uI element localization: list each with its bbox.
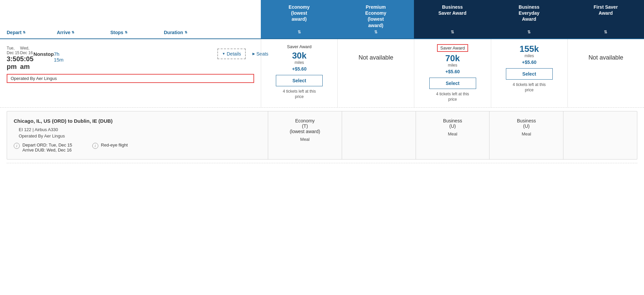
first-saver-not-available: Not available: [588, 44, 623, 61]
award-cell-business-saver: Saver Award 70k miles +$5.60 Select 4 ti…: [414, 39, 491, 107]
business-saver-sort[interactable]: ⇅: [451, 30, 454, 34]
details-chevron-icon: ▼: [222, 52, 225, 56]
details-economy-meal: Meal: [272, 137, 338, 142]
details-depart-text: Depart ORD: Tue, Dec 15 Arrive DUB: Wed,…: [22, 142, 72, 153]
bottom-dashed-divider: [7, 163, 637, 163]
details-depart-item: i Depart ORD: Tue, Dec 15 Arrive DUB: We…: [14, 142, 72, 153]
operated-by: Operated By Aer Lingus: [7, 74, 254, 83]
details-business-everyday-cell: Business(U) Meal: [489, 111, 563, 159]
details-business-saver-cell: Business(U) Meal: [416, 111, 490, 159]
details-business-everyday-meal: Meal: [493, 131, 560, 136]
arrive-sort-icon: ⇅: [72, 30, 74, 34]
details-flight-info: EI 122 | Airbus A330: [14, 127, 261, 132]
business-everyday-tickets-left: 4 tickets left at thisprice: [513, 82, 546, 93]
premium-economy-not-available: Not available: [358, 44, 393, 61]
business-everyday-title: BusinessEverydayAward: [519, 4, 539, 22]
depart-label: Depart: [7, 30, 21, 35]
details-economy-class: Economy(T)(lowest award): [272, 118, 338, 134]
details-panel-inner: Chicago, IL, US (ORD) to Dublin, IE (DUB…: [7, 111, 637, 159]
stops-label: Stops: [110, 30, 123, 35]
economy-select-button[interactable]: Select: [276, 75, 323, 86]
depart-info-line2: Arrive DUB: Wed, Dec 16: [22, 148, 72, 153]
header-left: Depart ⇅ Arrive ⇅ Stops ⇅ Duration ⇅: [0, 0, 261, 38]
details-first-saver-cell: [563, 111, 637, 159]
flight-dates-row: Tue, Dec 15 3:50 pm Wed, Dec 16 5:05 am …: [7, 46, 254, 71]
duration-sort-icon: ⇅: [185, 30, 187, 34]
red-eye-text: Red-eye flight: [101, 142, 128, 148]
details-panel: Chicago, IL, US (ORD) to Dublin, IE (DUB…: [7, 111, 637, 160]
duration-label: Duration: [164, 30, 183, 35]
economy-tickets-left: 4 tickets left at thisprice: [283, 89, 316, 99]
business-everyday-select-button[interactable]: Select: [506, 68, 553, 80]
page-container: Depart ⇅ Arrive ⇅ Stops ⇅ Duration ⇅ Eco…: [0, 0, 644, 295]
depart-date: Tue, Dec 15: [7, 46, 20, 55]
depart-info-line1: Depart ORD: Tue, Dec 15: [22, 142, 72, 148]
details-left: Chicago, IL, US (ORD) to Dublin, IE (DUB…: [7, 111, 268, 159]
depart-info-icon: i: [14, 143, 20, 149]
award-cell-economy: Saver Award 30k miles +$5.60 Select 4 ti…: [261, 39, 337, 107]
details-button[interactable]: ▼ Details: [222, 51, 241, 57]
details-business-saver-class: Business(U): [419, 118, 486, 129]
depart-time: 3:50 pm: [7, 55, 20, 71]
seats-chevron-icon: ▶: [252, 52, 255, 56]
details-economy-cell: Economy(T)(lowest award) Meal: [268, 111, 342, 159]
award-header-first-saver[interactable]: First SaverAward ⇅: [567, 0, 644, 38]
award-header-business-saver[interactable]: BusinessSaver Award ⇅: [414, 0, 491, 38]
depart-block: Tue, Dec 15 3:50 pm: [7, 46, 20, 71]
details-operated: Operated By Aer Lingus: [14, 133, 261, 138]
business-saver-label-boxed: Saver Award: [437, 44, 468, 52]
award-cell-business-everyday: 155k miles +$5.60 Select 4 tickets left …: [491, 39, 567, 107]
economy-fee: +$5.60: [292, 66, 306, 72]
details-depart-arrive: i Depart ORD: Tue, Dec 15 Arrive DUB: We…: [14, 142, 261, 153]
award-cell-first-saver: Not available: [567, 39, 644, 107]
duration-block: 7h 15m: [54, 46, 64, 63]
details-award-cols: Economy(T)(lowest award) Meal Business(U…: [268, 111, 637, 159]
business-everyday-miles: 155k: [520, 44, 539, 54]
business-saver-title: BusinessSaver Award: [438, 4, 466, 16]
economy-sort[interactable]: ⇅: [298, 30, 301, 34]
award-header-economy[interactable]: Economy(lowestaward) ⇅: [261, 0, 337, 38]
arrive-date: Wed, Dec 16: [20, 46, 33, 55]
stops-header[interactable]: Stops ⇅: [107, 30, 160, 35]
header-row: Depart ⇅ Arrive ⇅ Stops ⇅ Duration ⇅ Eco…: [0, 0, 644, 39]
award-cell-premium-economy: Not available: [337, 39, 414, 107]
arrive-header[interactable]: Arrive ⇅: [53, 30, 107, 35]
business-saver-tickets-left: 4 tickets left at thisprice: [436, 92, 469, 102]
business-saver-miles-unit: miles: [448, 63, 457, 68]
details-redeye-item: i Red-eye flight: [92, 142, 128, 153]
premium-economy-sort[interactable]: ⇅: [374, 30, 378, 34]
arrive-block: Wed, Dec 16 5:05 am: [20, 46, 33, 71]
first-saver-sort[interactable]: ⇅: [604, 30, 607, 34]
award-header-business-everyday[interactable]: BusinessEverydayAward ⇅: [491, 0, 567, 38]
first-saver-title: First SaverAward: [594, 4, 618, 16]
business-saver-fee: +$5.60: [445, 69, 460, 74]
flight-info: Tue, Dec 15 3:50 pm Wed, Dec 16 5:05 am …: [0, 39, 261, 107]
details-label: Details: [227, 51, 241, 57]
award-header-premium-economy[interactable]: PremiumEconomy(lowestaward) ⇅: [337, 0, 414, 38]
redeye-info-icon: i: [92, 143, 98, 149]
business-everyday-sort[interactable]: ⇅: [527, 30, 531, 34]
arrive-time: 5:05 am: [20, 55, 33, 71]
flight-award-cols: Saver Award 30k miles +$5.60 Select 4 ti…: [261, 39, 644, 107]
details-business-everyday-class: Business(U): [493, 118, 560, 129]
economy-miles: 30k: [292, 51, 306, 61]
business-everyday-miles-unit: miles: [525, 54, 534, 58]
flight-row: Tue, Dec 15 3:50 pm Wed, Dec 16 5:05 am …: [0, 39, 644, 108]
business-everyday-fee: +$5.60: [522, 60, 536, 65]
duration-header[interactable]: Duration ⇅: [160, 30, 214, 35]
business-saver-select-button[interactable]: Select: [429, 78, 476, 89]
economy-saver-label: Saver Award: [287, 44, 311, 49]
details-dashed-box: ▼ Details: [217, 48, 246, 59]
economy-title: Economy(lowestaward): [289, 4, 310, 22]
depart-sort-icon: ⇅: [23, 30, 25, 34]
arrive-label: Arrive: [57, 30, 70, 35]
stops-block: Nonstop: [33, 46, 54, 57]
details-business-saver-meal: Meal: [419, 131, 486, 136]
depart-header[interactable]: Depart ⇅: [7, 30, 53, 35]
award-headers: Economy(lowestaward) ⇅ PremiumEconomy(lo…: [261, 0, 644, 38]
premium-economy-title: PremiumEconomy(lowestaward): [365, 4, 386, 28]
economy-miles-unit: miles: [295, 60, 304, 65]
stops-sort-icon: ⇅: [125, 30, 127, 34]
business-saver-miles: 70k: [445, 54, 460, 63]
details-premium-economy-cell: [342, 111, 416, 159]
